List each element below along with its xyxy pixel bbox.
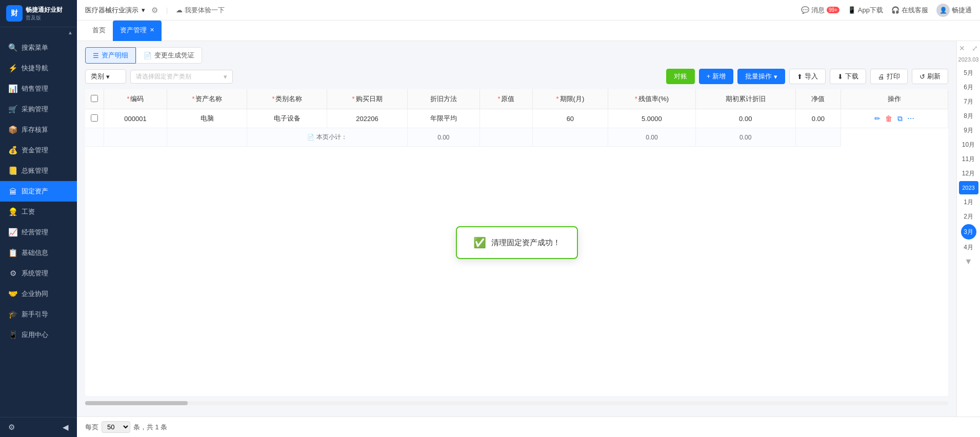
inventory-icon: 📦 [8,125,17,134]
copy-btn[interactable]: ⧉ [897,114,903,123]
rs-down-arrow[interactable]: ▼ [959,255,978,268]
tab-home[interactable]: 首页 [85,21,113,41]
sidebar-item-sales[interactable]: 📊 销售管理 [0,78,77,99]
system-icon: ⚙ [8,269,17,278]
rs-month-12[interactable]: 12月 [959,167,978,180]
delete-btn[interactable]: 🗑 [885,114,892,123]
user-profile[interactable]: 👤 畅捷通 [936,4,972,17]
toolbar-left: 类别 ▾ 请选择固定资产类别 ▾ [85,69,233,84]
sub-tab-change-voucher[interactable]: 📄 变更生成凭证 [136,47,202,64]
tab-asset-mgmt[interactable]: 资产管理 ✕ [113,21,162,41]
settings-gear-icon[interactable]: ⚙ [151,6,158,15]
collab-icon: 🤝 [8,289,17,299]
sidebar-item-base-info[interactable]: 📋 基础信息 [0,243,77,263]
rs-month-9[interactable]: 9月 [959,124,978,137]
rs-month-5[interactable]: 5月 [959,66,978,80]
sidebar-item-app-center[interactable]: 📱 应用中心 [0,325,77,345]
sub-tab-asset-detail[interactable]: ☰ 资产明细 [85,47,136,64]
td-original-value [480,109,533,128]
sidebar-item-search[interactable]: 🔍 搜索菜单 [0,37,77,58]
th-period: *期限(月) [532,89,608,109]
rs-month-6[interactable]: 6月 [959,81,978,94]
payroll-icon: 👷 [8,207,17,216]
select-all-checkbox[interactable] [91,95,98,102]
messages-btn[interactable]: 💬 消息 99+ [801,6,839,15]
tab-close-icon[interactable]: ✕ [150,27,154,33]
td-salvage-rate: 5.0000 [608,109,695,128]
sidebar-item-payroll[interactable]: 👷 工资 [0,202,77,222]
experience-btn[interactable]: ☁ 我要体验一下 [176,6,225,15]
sidebar-item-fixed-assets[interactable]: 🏛 固定资产 [0,181,77,202]
message-icon: 💬 [801,6,809,14]
print-button[interactable]: 🖨 打印 [870,69,908,84]
category-input[interactable]: 请选择固定资产类别 ▾ [130,70,233,84]
rs-expand-btn[interactable]: ⤢ [972,44,978,54]
rs-month-8[interactable]: 8月 [959,109,978,123]
td-subtotal-empty5 [532,128,608,147]
sidebar-item-quick-nav[interactable]: ⚡ 快捷导航 [0,58,77,78]
rs-month-1[interactable]: 1月 [959,195,978,209]
th-category: *类别名称 [247,89,327,109]
sidebar-item-operations[interactable]: 📈 经营管理 [0,222,77,243]
cloud-icon: ☁ [176,6,183,14]
rs-year-2023[interactable]: 2023 [959,181,978,194]
import-button[interactable]: ⬆ 导入 [789,69,826,84]
success-toast: ✅ 清理固定资产成功！ [456,226,578,259]
rs-month-10[interactable]: 10月 [959,138,978,151]
batch-ops-button[interactable]: 批量操作 ▾ [737,69,785,84]
sidebar-item-purchase[interactable]: 🛒 采购管理 [0,99,77,120]
company-selector[interactable]: 医疗器械行业演示 ▾ [85,6,145,15]
download-icon: ⬇ [837,73,843,81]
rs-month-7[interactable]: 7月 [959,95,978,108]
logo-text: 畅捷通好业财 普及版 [26,6,63,22]
guide-icon: 🎓 [8,310,17,319]
toast-success-icon: ✅ [473,236,486,249]
scrollbar-thumb[interactable] [85,401,188,405]
sidebar-item-system[interactable]: ⚙ 系统管理 [0,263,77,284]
rs-month-3-current[interactable]: 3月 [961,224,976,240]
base-info-icon: 📋 [8,248,17,257]
reconcile-button[interactable]: 对账 [666,69,695,84]
category-filter[interactable]: 类别 ▾ [85,69,126,84]
messages-label: 消息 [811,6,825,15]
collapse-icon[interactable]: ▲ [68,30,73,35]
rs-month-4[interactable]: 4月 [959,241,978,254]
horizontal-scrollbar[interactable] [85,396,948,410]
main-area: 医疗器械行业演示 ▾ ⚙ | ☁ 我要体验一下 💬 消息 99+ 📱 App下载… [77,0,980,437]
sidebar-item-ledger[interactable]: 📒 总账管理 [0,161,77,181]
rs-month-11[interactable]: 11月 [959,152,978,166]
print-icon: 🖨 [878,73,885,81]
td-subtotal-net: 0.00 [695,128,795,147]
rs-year-header[interactable]: 2023.03 [957,54,980,65]
row-checkbox[interactable] [91,114,98,122]
th-operations: 操作 [841,89,948,109]
sidebar-item-collab[interactable]: 🤝 企业协同 [0,284,77,304]
sidebar-item-guide[interactable]: 🎓 新手引导 [0,304,77,325]
edit-btn[interactable]: ✏ [874,114,881,123]
change-voucher-label: 变更生成凭证 [154,51,194,60]
th-checkbox [85,89,104,109]
toast-message: 清理固定资产成功！ [491,238,561,248]
right-sidebar: ✕ ⤢ 2023.03 5月 6月 7月 8月 9月 10月 11月 12月 2… [956,41,980,416]
more-btn[interactable]: ⋯ [907,114,914,123]
sidebar-item-inventory[interactable]: 📦 库存核算 [0,120,77,140]
avatar: 👤 [936,4,950,17]
online-service-btn[interactable]: 🎧 在线客服 [891,6,928,15]
app-download-btn[interactable]: 📱 App下载 [848,6,883,15]
rs-top-controls: ✕ ⤢ [957,44,980,54]
settings-icon[interactable]: ⚙ [8,423,15,432]
table-header-row: *编码 *资产名称 *类别名称 *购买日期 折旧方法 *原值 *期限(月) *残… [85,89,948,109]
service-icon: 🎧 [891,6,899,14]
sidebar-item-funds[interactable]: 💰 资金管理 [0,140,77,161]
new-button[interactable]: + 新增 [699,69,733,84]
purchase-icon: 🛒 [8,105,17,114]
per-page-label: 每页 [85,423,98,432]
per-page-select[interactable]: 50 20 100 [102,421,130,433]
rs-close-btn[interactable]: ✕ [959,44,965,52]
rs-month-2[interactable]: 2月 [959,210,978,223]
refresh-button[interactable]: ↺ 刷新 [912,69,948,84]
collapse-sidebar-icon[interactable]: ◀ [63,423,69,432]
download-button[interactable]: ⬇ 下载 [830,69,866,84]
sidebar: 财 畅捷通好业财 普及版 ▲ 🔍 搜索菜单 ⚡ 快捷导航 📊 销售管理 🛒 采购… [0,0,77,437]
td-operations: ✏ 🗑 ⧉ ⋯ [841,109,948,128]
